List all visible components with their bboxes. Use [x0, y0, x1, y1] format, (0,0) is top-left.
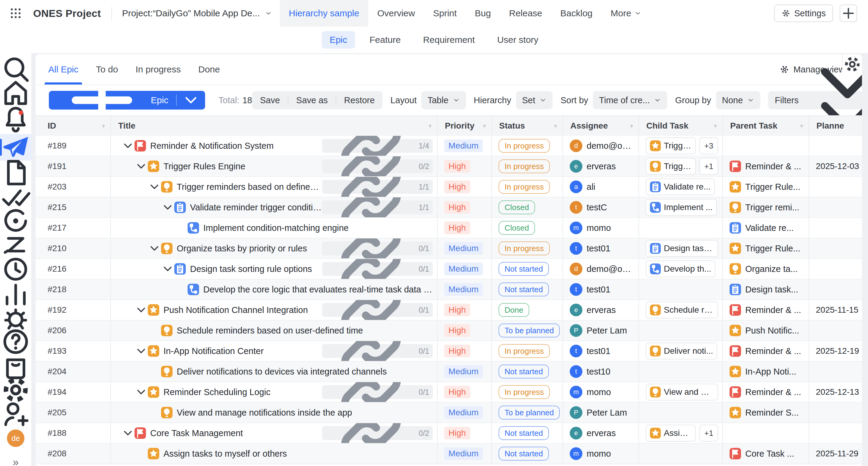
- cell-assignee[interactable]: ddemo@on...: [563, 136, 639, 156]
- child-task-more-chip[interactable]: +1: [700, 158, 718, 175]
- child-task-chip[interactable]: Trigger...: [646, 137, 696, 154]
- priority-tag[interactable]: Medium: [444, 365, 483, 378]
- avatar[interactable]: de: [7, 430, 25, 447]
- status-badge[interactable]: In progress: [499, 159, 550, 173]
- app-launcher-icon[interactable]: [9, 7, 22, 20]
- cell-planned-date[interactable]: 2025-12-13: [809, 382, 862, 402]
- parent-task-link[interactable]: Trigger Rule...: [730, 243, 801, 254]
- row-title[interactable]: Organize tasks by priority or rules: [177, 243, 307, 254]
- cell-planned-date[interactable]: [809, 218, 862, 238]
- row-title[interactable]: Deliver notifications to devices via int…: [177, 367, 386, 377]
- project-selector[interactable]: Project:“DailyGo” Mobile App De...: [122, 8, 272, 19]
- column-header-parent-task[interactable]: Parent Task▾: [723, 116, 809, 136]
- layout-select[interactable]: Table: [421, 91, 466, 109]
- status-badge[interactable]: Not started: [499, 447, 549, 461]
- link-count-badge[interactable]: 1/1: [322, 200, 433, 214]
- row-title[interactable]: Reminder & Notification System: [150, 141, 274, 151]
- row-title[interactable]: Push Notification Channel Integration: [163, 305, 308, 315]
- status-badge[interactable]: To be planned: [499, 406, 560, 419]
- row-title[interactable]: Trigger reminders based on defined condi…: [177, 182, 322, 192]
- row-title[interactable]: Validate reminder trigger conditions: [190, 203, 322, 212]
- view-tab-all-epic[interactable]: All Epic: [48, 54, 79, 85]
- filters-button[interactable]: Filters: [768, 91, 862, 109]
- save-button[interactable]: Save: [252, 95, 288, 105]
- table-row[interactable]: #208Assign tasks to myself or othersMedi…: [36, 444, 862, 464]
- cell-assignee[interactable]: ddemo@on...: [563, 259, 639, 279]
- row-expand-chevron-icon[interactable]: [148, 180, 161, 194]
- parent-task-link[interactable]: Reminder & ...: [730, 386, 801, 398]
- sidebar-item-profile[interactable]: de: [0, 426, 32, 450]
- table-row[interactable]: #210Organize tasks by priority or rules0…: [36, 238, 862, 259]
- table-row[interactable]: #215Validate reminder trigger conditions…: [36, 197, 862, 218]
- status-badge[interactable]: In progress: [499, 344, 550, 358]
- cell-assignee[interactable]: eerveras: [563, 423, 639, 443]
- parent-task-link[interactable]: In-App Noti...: [730, 366, 796, 377]
- cell-assignee[interactable]: mmomo: [563, 382, 639, 402]
- priority-tag[interactable]: Medium: [444, 406, 483, 419]
- priority-tag[interactable]: High: [444, 303, 470, 316]
- parent-task-link[interactable]: Organize ta...: [730, 263, 798, 275]
- column-header-status[interactable]: Status▾: [492, 116, 563, 136]
- nav-tab-sprint[interactable]: Sprint: [424, 0, 466, 27]
- table-row[interactable]: #205View and manage notifications inside…: [36, 403, 862, 423]
- priority-tag[interactable]: Medium: [444, 263, 483, 275]
- group-select[interactable]: None: [716, 91, 760, 109]
- child-task-chip[interactable]: Deliver noti...: [646, 343, 717, 359]
- table-row[interactable]: #188Core Task Management0/2HighNot start…: [36, 423, 862, 444]
- restore-button[interactable]: Restore: [336, 95, 383, 105]
- row-expand-chevron-icon[interactable]: [161, 201, 174, 214]
- cell-planned-date[interactable]: 2025-12-19: [809, 341, 862, 361]
- cell-planned-date[interactable]: [809, 136, 862, 156]
- priority-tag[interactable]: High: [444, 222, 470, 234]
- priority-tag[interactable]: High: [444, 324, 470, 337]
- row-expand-chevron-icon[interactable]: [134, 385, 148, 399]
- child-task-chip[interactable]: Develop th...: [646, 260, 715, 278]
- table-row[interactable]: #217Implement condition-matching engineH…: [36, 218, 862, 238]
- priority-tag[interactable]: Medium: [444, 283, 483, 296]
- table-row[interactable]: #189Reminder & Notification System1/4Med…: [36, 136, 862, 156]
- row-expand-chevron-icon[interactable]: [121, 139, 134, 152]
- nav-tab-bug[interactable]: Bug: [466, 0, 500, 27]
- status-badge[interactable]: In progress: [499, 139, 550, 153]
- cell-planned-date[interactable]: [809, 423, 862, 443]
- child-task-more-chip[interactable]: +1: [700, 425, 718, 441]
- table-row[interactable]: #194Reminder Scheduling Logic0/1HighIn p…: [36, 382, 862, 403]
- link-count-badge[interactable]: 0/1: [322, 241, 433, 255]
- status-badge[interactable]: Not started: [499, 365, 549, 378]
- link-count-badge[interactable]: 0/2: [322, 426, 433, 440]
- status-badge[interactable]: Not started: [499, 262, 549, 276]
- table-row[interactable]: #204Deliver notifications to devices via…: [36, 361, 862, 382]
- priority-tag[interactable]: High: [444, 427, 470, 439]
- cell-assignee[interactable]: eerveras: [563, 156, 639, 176]
- row-expand-chevron-icon[interactable]: [134, 344, 148, 358]
- parent-task-link[interactable]: Reminder & ...: [730, 161, 801, 172]
- link-count-badge[interactable]: 0/2: [322, 159, 433, 173]
- priority-tag[interactable]: Medium: [444, 447, 483, 460]
- row-expand-chevron-icon[interactable]: [134, 303, 148, 317]
- column-header-planne[interactable]: Planne: [809, 116, 862, 136]
- row-title[interactable]: In-App Notification Center: [163, 346, 264, 356]
- status-badge[interactable]: In progress: [499, 241, 550, 255]
- table-row[interactable]: #218Develop the core logic that evaluate…: [36, 280, 862, 300]
- column-header-assignee[interactable]: Assignee▾: [563, 116, 639, 136]
- table-row[interactable]: #206Schedule reminders based on user-def…: [36, 321, 862, 341]
- parent-task-link[interactable]: Trigger remi...: [730, 202, 799, 213]
- sidebar-collapse-button[interactable]: »: [0, 450, 32, 466]
- cell-planned-date[interactable]: 2025-11-15: [809, 300, 862, 320]
- priority-tag[interactable]: Medium: [444, 140, 483, 152]
- link-count-badge[interactable]: 0/1: [322, 303, 433, 317]
- filter-triangle-icon[interactable]: ▾: [483, 122, 486, 129]
- link-count-badge[interactable]: 1/4: [322, 139, 433, 153]
- nav-tab-release[interactable]: Release: [500, 0, 551, 27]
- row-title[interactable]: Core Task Management: [150, 428, 243, 438]
- link-count-badge[interactable]: 0/1: [322, 344, 433, 358]
- priority-tag[interactable]: High: [444, 180, 470, 193]
- row-expand-chevron-icon[interactable]: [134, 159, 148, 173]
- sidebar-item-notifications[interactable]: [0, 105, 32, 129]
- priority-tag[interactable]: High: [444, 386, 470, 399]
- link-count-badge[interactable]: 1/1: [322, 180, 433, 194]
- column-header-child-task[interactable]: Child Task▾: [639, 116, 723, 136]
- table-row[interactable]: #192Push Notification Channel Integratio…: [36, 300, 862, 321]
- link-count-badge[interactable]: 0/1: [322, 262, 433, 276]
- column-header-priority[interactable]: Priority▾: [438, 116, 492, 136]
